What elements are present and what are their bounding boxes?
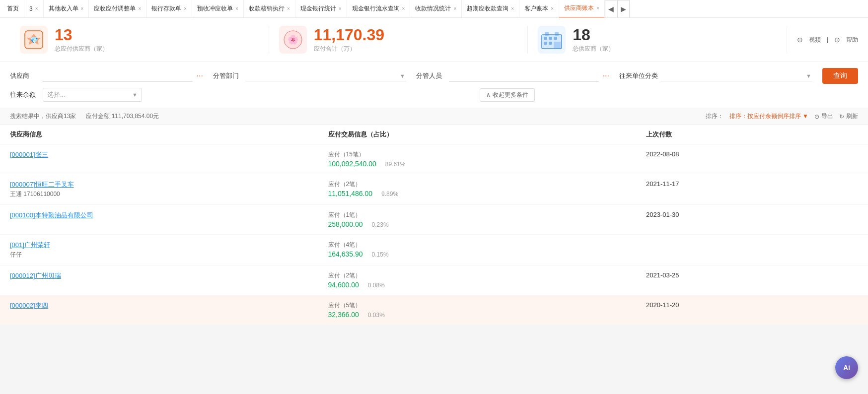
stat-payable-amount: 🌸 11,170.39 应付合计（万）: [269, 26, 528, 54]
nav-tab-collection[interactable]: 收款核销执行 ×: [244, 0, 295, 18]
nav-tab-bank-deposit-label: 银行存款单: [151, 4, 181, 13]
supplier-cell-000002: [000002]李四: [10, 301, 328, 310]
filter-supplier: 供应商 ···: [10, 70, 203, 82]
supplier-link-000100[interactable]: [000100]本特勤油品有限公司: [10, 211, 328, 220]
export-icon: ⊙: [814, 113, 819, 120]
filter-person-input[interactable]: [449, 70, 599, 82]
result-count: 搜索结果中，供应商13家: [10, 112, 76, 121]
txn-label-000007: 应付（2笔）: [328, 180, 647, 189]
svg-rect-9: [544, 42, 547, 45]
last-payment-000007: 2021-11-17: [646, 180, 858, 188]
refresh-icon: ↻: [839, 113, 844, 120]
nav-tab-other-income[interactable]: 其他收入单 ×: [44, 0, 89, 18]
filter-area: 供应商 ··· 分管部门 ▼ 分管人员 ··· 往来单位分类 ▼ 查询 往来: [0, 62, 868, 108]
supplier-link-000002[interactable]: [000002]李四: [10, 301, 328, 310]
result-bar-left: 搜索结果中，供应商13家 应付金额 111,703,854.00元: [10, 112, 159, 121]
filter-person-label: 分管人员: [416, 71, 446, 80]
nav-tab-cash-bank-flow-label: 现金银行流水查询: [352, 4, 400, 13]
filter-supplier-dots[interactable]: ···: [197, 71, 203, 80]
stat-payable-suppliers-icon: 💎: [20, 26, 48, 54]
sort-button[interactable]: 排序：按应付余额倒序排序 ▼: [729, 112, 808, 121]
search-button[interactable]: 查询: [822, 68, 858, 84]
txn-cell-000012: 应付（2笔） 94,600.00 0.08%: [328, 271, 647, 289]
txn-cell-000007: 应付（2笔） 11,051,486.00 9.89%: [328, 180, 647, 197]
stat-payable-amount-number: 11,170.39: [314, 26, 384, 44]
nav-tab-prepay-close[interactable]: ×: [235, 6, 238, 11]
supplier-link-000001[interactable]: [000001]张三: [10, 150, 328, 159]
supplier-link-000012[interactable]: [000012]广州贝瑞: [10, 271, 328, 280]
nav-arrow-left[interactable]: ◀: [605, 0, 617, 18]
nav-tab-collection-close[interactable]: ×: [287, 6, 290, 11]
nav-tab-bank-deposit[interactable]: 银行存款单 ×: [146, 0, 192, 18]
stat-total-suppliers-label: 总供应商（家）: [573, 45, 614, 53]
svg-rect-11: [554, 42, 561, 49]
last-payment-000002: 2020-11-20: [646, 301, 858, 309]
supplier-link-001[interactable]: [001]广州荣轩: [10, 241, 328, 250]
nav-tab-customer-account-close[interactable]: ×: [551, 6, 554, 11]
nav-tab-customer-account[interactable]: 客户账本 ×: [519, 0, 559, 18]
filter-person-dots[interactable]: ···: [603, 71, 609, 80]
svg-text:💎: 💎: [30, 36, 39, 45]
table-header: 供应商信息 应付交易信息（占比） 上次付数: [0, 125, 868, 144]
table-row: [000001]张三 应付（15笔） 100,092,540.00 89.61%…: [0, 144, 868, 174]
txn-amount-000100[interactable]: 258,000.00: [328, 220, 363, 228]
nav-tab-overdue-collect[interactable]: 超期应收款查询 ×: [462, 0, 519, 18]
video-link[interactable]: 视频: [809, 36, 821, 44]
nav-tab-other-income-label: 其他收入单: [49, 4, 78, 13]
svg-text:🌸: 🌸: [288, 34, 299, 45]
nav-tab-collection-stat-close[interactable]: ×: [453, 6, 456, 11]
txn-pct-000012: 0.08%: [368, 282, 385, 289]
txn-amount-000001[interactable]: 100,092,540.00: [328, 160, 376, 168]
nav-tab-collection-stat-label: 收款情况统计: [415, 4, 451, 13]
nav-tab-supplier-account-close[interactable]: ×: [596, 5, 599, 11]
col-last-payment: 上次付数: [646, 130, 858, 139]
filter-dept-select[interactable]: ▼: [246, 71, 406, 81]
txn-cell-000002: 应付（5笔） 32,366.00 0.03%: [328, 301, 647, 319]
nav-tab-bank-deposit-close[interactable]: ×: [184, 6, 187, 11]
filter-balance-chevron: ▼: [132, 92, 138, 98]
txn-pct-000100: 0.23%: [372, 221, 389, 228]
nav-tab-3[interactable]: 3 ×: [24, 0, 44, 18]
txn-amount-001[interactable]: 164,635.90: [328, 250, 363, 258]
refresh-label: 刷新: [846, 112, 858, 121]
filter-row-1: 供应商 ··· 分管部门 ▼ 分管人员 ··· 往来单位分类 ▼ 查询: [10, 68, 858, 84]
nav-tab-cash-bank-flow-close[interactable]: ×: [402, 6, 405, 11]
nav-tab-overdue-collect-close[interactable]: ×: [511, 6, 514, 11]
txn-amount-000002[interactable]: 32,366.00: [328, 311, 359, 319]
col-supplier-info: 供应商信息: [10, 130, 328, 139]
filter-supplier-input[interactable]: [43, 70, 193, 82]
nav-arrow-right[interactable]: ▶: [617, 0, 630, 18]
export-button[interactable]: ⊙ 导出: [814, 112, 833, 121]
txn-amount-000012[interactable]: 94,600.00: [328, 281, 359, 289]
txn-amount-000007[interactable]: 11,051,486.00: [328, 190, 373, 197]
nav-tab-3-close[interactable]: ×: [35, 6, 38, 11]
supplier-link-000007[interactable]: [000007]恒旺二手叉车: [10, 180, 328, 189]
result-bar-right: 排序： 排序：按应付余额倒序排序 ▼ ⊙ 导出 ↻ 刷新: [706, 112, 858, 121]
nav-tab-cash-bank-stat[interactable]: 现金银行统计 ×: [295, 0, 347, 18]
nav-tab-cash-bank-flow[interactable]: 现金银行流水查询 ×: [347, 0, 411, 18]
nav-tab-home[interactable]: 首页: [2, 0, 24, 18]
stat-total-suppliers: 18 总供应商（家）: [528, 26, 787, 54]
nav-tab-supplier-account-label: 供应商账本: [564, 4, 594, 12]
txn-cell-000100: 应付（1笔） 258,000.00 0.23%: [328, 211, 647, 228]
nav-tab-collection-stat[interactable]: 收款情况统计 ×: [410, 0, 462, 18]
stat-payable-amount-text: 11,170.39 应付合计（万）: [314, 26, 384, 53]
supplier-cell-000001: [000001]张三: [10, 150, 328, 159]
nav-tab-other-income-close[interactable]: ×: [81, 6, 84, 11]
nav-tab-cash-bank-stat-close[interactable]: ×: [339, 6, 342, 11]
nav-tab-ap-adjust-close[interactable]: ×: [138, 6, 141, 11]
svg-rect-7: [549, 37, 552, 40]
nav-tab-ap-adjust[interactable]: 应收应付调整单 ×: [89, 0, 146, 18]
nav-tab-supplier-account[interactable]: 供应商账本 ×: [559, 0, 605, 18]
filter-dept-label: 分管部门: [213, 71, 243, 80]
nav-tab-prepay[interactable]: 预收冲应收单 ×: [192, 0, 244, 18]
filter-category-select[interactable]: ▼: [661, 71, 812, 81]
filter-category: 往来单位分类 ▼: [619, 71, 812, 81]
collapse-button[interactable]: ∧ 收起更多条件: [480, 88, 535, 102]
sort-chevron-icon: ▼: [802, 113, 808, 120]
help-link[interactable]: 帮助: [846, 36, 858, 44]
nav-tab-home-label: 首页: [7, 4, 19, 13]
refresh-button[interactable]: ↻ 刷新: [839, 112, 858, 121]
txn-label-000002: 应付（5笔）: [328, 301, 647, 310]
filter-balance-select[interactable]: 选择... ▼: [43, 88, 142, 102]
